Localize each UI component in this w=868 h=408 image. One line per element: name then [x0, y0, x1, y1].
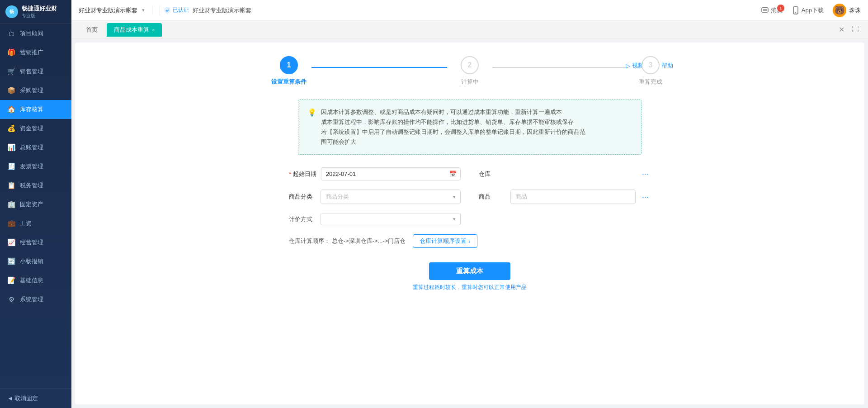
avatar: 🐻: [833, 4, 846, 17]
sidebar-item-system[interactable]: ⚙ 系统管理: [0, 290, 71, 309]
sidebar-pin-toggle[interactable]: ◄ 取消固定: [0, 389, 71, 408]
notification-badge: 1: [777, 5, 784, 12]
main-area: 好业财专业版演示帐套 ▾ 已认证 好业财专业版演示帐套 消息 1 App下载: [71, 0, 868, 408]
sidebar-item-expense[interactable]: 🔄 小畅报销: [0, 252, 71, 271]
recalc-section: 重算成本 重算过程耗时较长，重算时您可以正常使用产品: [289, 262, 651, 291]
sidebar-item-basic[interactable]: 📝 基础信息: [0, 271, 71, 290]
sidebar-subtitle: 专业版: [22, 13, 57, 19]
account-chevron-icon: ▾: [142, 7, 145, 13]
sales-icon: 🛒: [7, 67, 15, 76]
salary-icon: 💼: [7, 219, 15, 228]
tab-close-btn[interactable]: ×: [152, 27, 155, 33]
product-input-placeholder: 商品: [510, 190, 636, 204]
inventory-icon: 🏠: [7, 105, 15, 114]
purchase-icon: 📦: [7, 86, 15, 95]
sidebar-item-finance[interactable]: 💰 资金管理: [0, 119, 71, 138]
step-2-circle: 2: [461, 56, 479, 74]
tab-home[interactable]: 首页: [79, 23, 105, 37]
project-icon: 🗂: [7, 30, 15, 38]
warehouse-group: 仓库 ···: [479, 169, 651, 179]
sidebar-item-operations[interactable]: 📈 经营管理: [0, 233, 71, 252]
sidebar-item-sales[interactable]: 🛒 销售管理: [0, 62, 71, 81]
sidebar-nav: 🗂 项目顾问 🎁 营销推广 🛒 销售管理 📦 采购管理 🏠 库存核算 💰 资金管…: [0, 24, 71, 389]
pricing-method-select[interactable]: ▾: [321, 213, 461, 225]
expand-panel-btn[interactable]: ⛶: [850, 24, 861, 36]
stepper-container: 1 设置重算条件 2 计算中 3: [266, 56, 673, 86]
form-section: 起始日期 📅 仓库 ··· 商品分类 商品分类: [289, 167, 651, 291]
product-select-btn[interactable]: ···: [640, 192, 651, 202]
assets-icon: 🏢: [7, 200, 15, 209]
sidebar-logo: 畅: [5, 5, 18, 18]
start-date-input[interactable]: [321, 168, 446, 180]
warehouse-order-row: 仓库计算顺序： 总仓->深圳仓库->...->门店仓 仓库计算顺序设置 ›: [289, 234, 651, 248]
start-date-input-wrapper: 📅: [321, 167, 461, 180]
recalc-tip: 重算过程耗时较长，重算时您可以正常使用产品: [289, 284, 651, 291]
tabs-actions: ✕ ⛶: [837, 24, 861, 36]
warehouse-order-label: 仓库计算顺序： 总仓->深圳仓库->...->门店仓: [289, 237, 406, 245]
close-panel-btn[interactable]: ✕: [837, 24, 846, 36]
product-group: 商品 商品 ···: [479, 190, 651, 204]
warehouse-label: 仓库: [479, 170, 506, 178]
sidebar: 畅 畅捷通好业财 专业版 🗂 项目顾问 🎁 营销推广 🛒 销售管理 📦 采购管理…: [0, 0, 71, 408]
sidebar-item-tax[interactable]: 📋 税务管理: [0, 176, 71, 195]
svg-point-2: [795, 12, 796, 13]
verified-shield-icon: [164, 7, 171, 14]
lightbulb-icon: 💡: [307, 108, 316, 147]
content-area: 1 设置重算条件 2 计算中 3: [75, 43, 864, 404]
topbar-right: 消息 1 App下载 🐻 珠珠: [761, 4, 861, 17]
warehouse-order-btn[interactable]: 仓库计算顺序设置 ›: [413, 234, 477, 248]
sidebar-item-accounting[interactable]: 📊 总账管理: [0, 138, 71, 157]
sidebar-item-salary[interactable]: 💼 工资: [0, 214, 71, 233]
warehouse-select-btn[interactable]: ···: [640, 169, 651, 179]
finance-icon: 💰: [7, 124, 15, 133]
expense-icon: 🔄: [7, 257, 15, 266]
sidebar-header: 畅 畅捷通好业财 专业版: [0, 0, 71, 24]
topbar: 好业财专业版演示帐套 ▾ 已认证 好业财专业版演示帐套 消息 1 App下载: [71, 0, 868, 21]
sidebar-item-purchase[interactable]: 📦 采购管理: [0, 81, 71, 100]
sidebar-item-inventory[interactable]: 🏠 库存核算: [0, 100, 71, 119]
start-date-label: 起始日期: [289, 170, 316, 178]
product-label: 商品: [479, 193, 506, 201]
stepper: 1 设置重算条件 2 计算中 3: [266, 56, 673, 86]
stepper-line-1: [311, 67, 447, 68]
app-download-btn[interactable]: App下载: [792, 6, 824, 14]
warehouse-order-chevron-icon: ›: [468, 238, 470, 245]
form-row-3: 计价方式 ▾: [289, 213, 651, 225]
calendar-icon[interactable]: 📅: [446, 168, 460, 180]
category-select[interactable]: 商品分类 ▾: [321, 190, 461, 204]
form-row-1: 起始日期 📅 仓库 ···: [289, 167, 651, 180]
step-3-label: 重算完成: [639, 78, 662, 86]
step-3: 3 重算完成: [628, 56, 673, 86]
operations-icon: 📈: [7, 238, 15, 247]
account-selector[interactable]: 好业财专业版演示帐套 ▾: [79, 6, 145, 14]
basic-icon: 📝: [7, 276, 15, 285]
step-2: 2 计算中: [447, 56, 492, 86]
category-label: 商品分类: [289, 193, 316, 201]
step-2-label: 计算中: [461, 78, 479, 86]
sidebar-item-marketing[interactable]: 🎁 营销推广: [0, 43, 71, 62]
form-row-2: 商品分类 商品分类 ▾ 商品 商品 ···: [289, 190, 651, 204]
step-3-circle: 3: [642, 56, 660, 74]
messages-btn[interactable]: 消息 1: [761, 6, 783, 14]
play-icon: ▷: [626, 62, 630, 69]
sidebar-item-invoice[interactable]: 🧾 发票管理: [0, 157, 71, 176]
category-chevron-icon: ▾: [453, 194, 456, 200]
recalc-button[interactable]: 重算成本: [429, 262, 510, 280]
start-date-group: 起始日期 📅: [289, 167, 461, 180]
user-profile[interactable]: 🐻 珠珠: [833, 4, 861, 17]
tab-cost-recalc[interactable]: 商品成本重算 ×: [107, 23, 162, 37]
message-icon: [761, 6, 769, 14]
tabs-bar: 首页 商品成本重算 × ✕ ⛶: [71, 21, 868, 39]
pricing-method-group: 计价方式 ▾: [289, 213, 461, 225]
info-text: 因成本计算参数调整、或是对商品成本有疑问时，可以通过成本重算功能，重新计算一遍成…: [321, 107, 585, 147]
category-group: 商品分类 商品分类 ▾: [289, 190, 461, 204]
system-icon: ⚙: [7, 295, 15, 304]
pricing-chevron-icon: ▾: [453, 216, 456, 222]
sidebar-item-project[interactable]: 🗂 项目顾问: [0, 24, 71, 43]
info-box: 💡 因成本计算参数调整、或是对商品成本有疑问时，可以通过成本重算功能，重新计算一…: [298, 100, 642, 155]
step-1: 1 设置重算条件: [266, 56, 311, 86]
mobile-icon: [792, 6, 800, 14]
step-1-label: 设置重算条件: [271, 78, 307, 86]
sidebar-item-assets[interactable]: 🏢 固定资产: [0, 195, 71, 214]
accounting-icon: 📊: [7, 143, 15, 152]
